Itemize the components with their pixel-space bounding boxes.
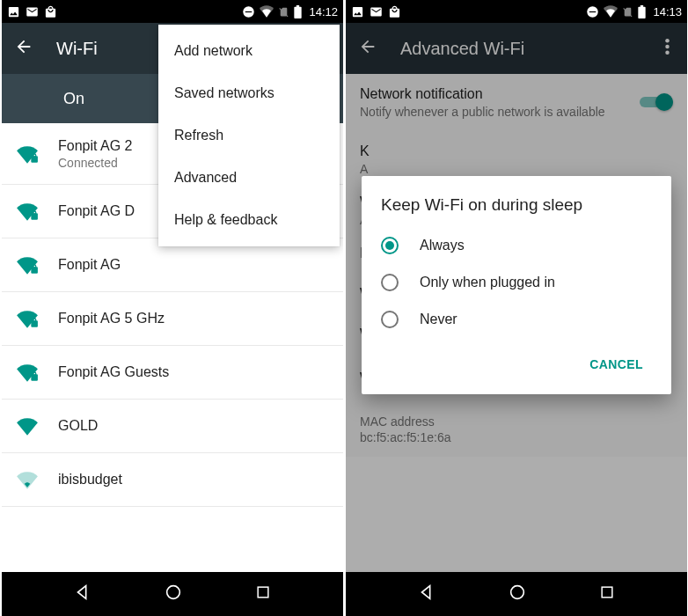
wifi-icon [16, 470, 58, 489]
wifi-name: Fonpit AG Guests [58, 364, 169, 380]
wifi-icon [16, 144, 58, 164]
wifi-icon [16, 255, 58, 275]
wifi-network-item[interactable]: ibisbudget [2, 453, 343, 507]
wifi-network-item[interactable]: GOLD [2, 400, 343, 453]
svg-rect-13 [258, 587, 268, 598]
briefcase-icon [44, 5, 57, 18]
wifi-name: GOLD [58, 418, 98, 434]
wifi-signal-icon [604, 5, 618, 18]
menu-saved-networks[interactable]: Saved networks [158, 72, 340, 114]
wifi-network-item[interactable]: Fonpit AG Guests [2, 346, 343, 400]
radio-option-always[interactable]: Always [381, 227, 652, 264]
svg-rect-5 [33, 211, 36, 214]
wifi-icon [16, 202, 58, 221]
dnd-icon [586, 5, 599, 18]
image-icon [351, 5, 364, 18]
status-time: 14:12 [309, 5, 338, 18]
wifi-name: ibisbudget [58, 472, 122, 488]
radio-icon [381, 237, 399, 254]
wifi-name: Fonpit AG [58, 257, 121, 273]
briefcase-icon [388, 5, 401, 18]
menu-help[interactable]: Help & feedback [158, 199, 340, 241]
svg-rect-15 [589, 11, 597, 11]
nav-home-icon[interactable] [508, 583, 527, 605]
image-icon [7, 5, 20, 18]
radio-option-never[interactable]: Never [381, 301, 652, 338]
wifi-icon [16, 309, 58, 328]
wifi-signal-icon [260, 5, 274, 18]
svg-point-19 [511, 586, 524, 599]
svg-rect-1 [245, 11, 253, 11]
back-arrow-icon[interactable] [14, 37, 33, 60]
radio-option-plugged[interactable]: Only when plugged in [381, 264, 652, 301]
battery-icon [638, 5, 646, 18]
wifi-status: Connected [58, 156, 133, 170]
cancel-button[interactable]: CANCEL [581, 350, 652, 378]
svg-rect-3 [33, 154, 36, 157]
navigation-bar [346, 572, 687, 616]
navigation-bar [2, 572, 343, 616]
wifi-name: Fonpit AG 5 GHz [58, 311, 165, 326]
phone-left: 14:12 Wi-Fi On Fonpit AG 2Connected Fonp… [2, 0, 343, 616]
status-bar: 14:12 [2, 0, 343, 23]
nav-home-icon[interactable] [164, 583, 183, 605]
overflow-menu: Add network Saved networks Refresh Advan… [158, 25, 340, 246]
wifi-name: Fonpit AG D [58, 203, 135, 219]
svg-rect-11 [33, 372, 36, 375]
menu-advanced[interactable]: Advanced [158, 157, 340, 199]
nav-back-icon[interactable] [417, 583, 436, 605]
svg-rect-7 [33, 265, 36, 268]
svg-rect-20 [602, 587, 612, 598]
nav-back-icon[interactable] [73, 583, 92, 605]
mail-icon [26, 5, 39, 18]
menu-refresh[interactable]: Refresh [158, 114, 340, 157]
radio-icon [381, 311, 399, 328]
wifi-network-item[interactable]: Fonpit AG 5 GHz [2, 292, 343, 346]
dialog-title: Keep Wi-Fi on during sleep [381, 195, 652, 215]
svg-point-12 [167, 586, 180, 599]
wifi-toggle-label: On [63, 90, 84, 108]
status-time: 14:13 [653, 5, 682, 18]
no-sim-icon [622, 5, 633, 18]
wifi-network-item[interactable]: Fonpit AG [2, 238, 343, 292]
sleep-policy-dialog: Keep Wi-Fi on during sleep Always Only w… [362, 176, 671, 394]
menu-add-network[interactable]: Add network [158, 30, 340, 72]
wifi-icon [16, 416, 58, 436]
nav-recent-icon[interactable] [254, 583, 272, 605]
wifi-icon [16, 363, 58, 382]
phone-right: 14:13 Advanced Wi-Fi Network notificatio… [346, 0, 687, 616]
battery-icon [294, 5, 302, 18]
radio-icon [381, 274, 399, 291]
dnd-icon [242, 5, 255, 18]
status-bar: 14:13 [346, 0, 687, 23]
mail-icon [370, 5, 383, 18]
no-sim-icon [278, 5, 289, 18]
nav-recent-icon[interactable] [598, 583, 616, 605]
svg-rect-9 [33, 319, 36, 321]
wifi-name: Fonpit AG 2 [58, 138, 133, 154]
